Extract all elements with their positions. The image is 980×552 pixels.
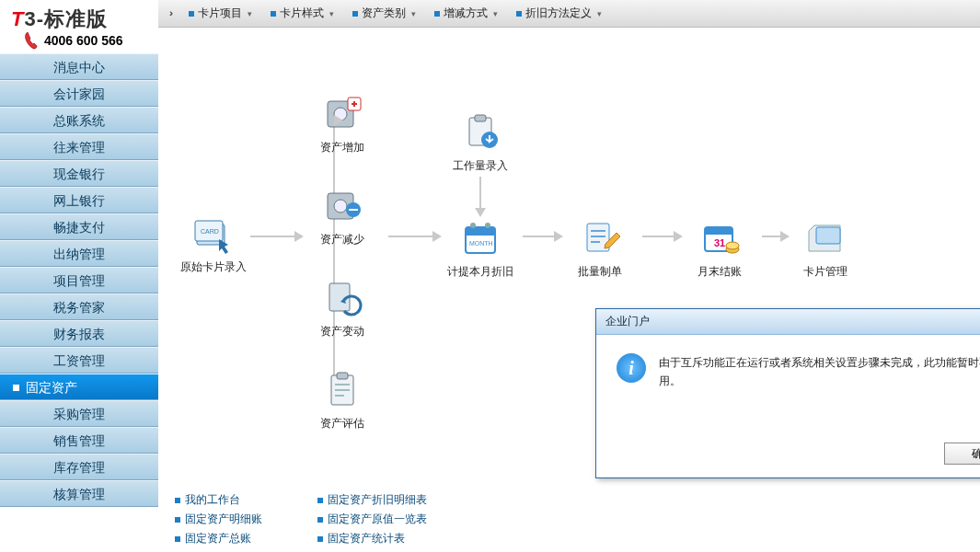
node-depreciate[interactable]: MONTH 计提本月折旧: [439, 216, 522, 280]
svg-rect-16: [466, 227, 495, 236]
toolbar-item-4[interactable]: 折旧方法定义▾: [507, 6, 611, 21]
nav-item-label: 总账系统: [53, 113, 105, 128]
node-card-manage[interactable]: 卡片管理: [784, 216, 867, 280]
svg-point-25: [726, 242, 739, 249]
node-label: 资产变动: [301, 324, 384, 339]
report-link[interactable]: 我的工作台: [175, 492, 262, 508]
svg-point-7: [334, 200, 347, 213]
nav-item-label: 工资管理: [53, 353, 105, 368]
bullet-icon: [317, 498, 323, 503]
nav-item-13[interactable]: 采购管理: [0, 400, 158, 427]
report-links: 我的工作台固定资产明细账固定资产总账 固定资产折旧明细表固定资产原值一览表固定资…: [175, 492, 427, 546]
toolbar-item-label: 折旧方法定义: [525, 6, 592, 21]
node-asset-change[interactable]: 资产变动: [301, 276, 384, 339]
node-workload-entry[interactable]: 工作量录入: [439, 110, 522, 174]
asset-change-icon: [320, 276, 364, 320]
card-entry-icon: CARD: [191, 212, 236, 256]
safe-add-icon: [320, 92, 364, 136]
bullet-icon: [434, 11, 440, 17]
safe-reduce-icon: [320, 184, 364, 228]
nav-item-14[interactable]: 销售管理: [0, 427, 158, 454]
nav-item-label: 会计家园: [53, 86, 105, 101]
nav-item-7[interactable]: 出纳管理: [0, 240, 158, 267]
nav-item-label: 出纳管理: [53, 247, 105, 261]
report-link-label: 固定资产总账: [185, 531, 251, 546]
chevron-down-icon: ▾: [248, 9, 252, 18]
flow-arrow: [250, 236, 296, 237]
toolbar-item-3[interactable]: 增减方式▾: [425, 6, 507, 21]
node-label: 资产评估: [301, 416, 384, 431]
nav-item-15[interactable]: 库存管理: [0, 454, 158, 480]
report-link-label: 固定资产统计表: [328, 531, 405, 546]
nav-item-8[interactable]: 项目管理: [0, 267, 158, 293]
svg-text:CARD: CARD: [201, 228, 219, 235]
info-dialog: 企业门户 ✕ i 由于互斥功能正在运行或者系统相关设置步骤未完成，此功能暂时不可…: [595, 308, 980, 478]
svg-text:MONTH: MONTH: [469, 240, 493, 247]
node-asset-eval[interactable]: 资产评估: [301, 368, 384, 431]
nav-item-0[interactable]: 消息中心: [0, 53, 158, 80]
report-link[interactable]: 固定资产折旧明细表: [317, 492, 427, 508]
nav-item-16[interactable]: 核算管理: [0, 480, 158, 507]
toolbar-item-label: 卡片项目: [198, 6, 242, 21]
toolbar-item-2[interactable]: 资产类别▾: [343, 6, 425, 21]
nav-item-label: 库存管理: [53, 460, 105, 475]
bullet-icon: [271, 11, 276, 17]
support-phone: 4006 600 566: [11, 33, 158, 48]
report-link[interactable]: 固定资产总账: [175, 531, 262, 546]
bullet-icon: [317, 536, 323, 542]
svg-text:31: 31: [714, 237, 725, 248]
toolbar-item-0[interactable]: 卡片项目▾: [179, 6, 261, 21]
toolbar-collapse-icon[interactable]: ›››: [164, 8, 176, 18]
nav-active-marker-icon: [13, 385, 19, 391]
node-raw-card-entry[interactable]: CARD 原始卡片录入: [172, 212, 255, 275]
nav-item-label: 销售管理: [53, 433, 105, 448]
node-asset-reduce[interactable]: 资产减少: [301, 184, 384, 247]
report-link-label: 固定资产折旧明细表: [328, 492, 427, 508]
svg-point-18: [485, 223, 490, 228]
nav-item-label: 税务管家: [53, 300, 105, 315]
nav-item-4[interactable]: 现金银行: [0, 160, 158, 187]
folder-card-icon: [803, 216, 847, 260]
calendar-month-icon: MONTH: [458, 216, 502, 260]
nav-item-2[interactable]: 总账系统: [0, 107, 158, 133]
chevron-down-icon: ▾: [329, 9, 334, 18]
flow-arrow: [388, 236, 434, 237]
nav-item-9[interactable]: 税务管家: [0, 293, 158, 320]
nav-item-6[interactable]: 畅捷支付: [0, 213, 158, 240]
node-month-end[interactable]: 31 月末结账: [678, 216, 761, 280]
bullet-icon: [516, 11, 522, 17]
toolbar-item-label: 卡片样式: [280, 6, 324, 21]
dialog-title-text: 企业门户: [605, 314, 650, 329]
node-label: 原始卡片录入: [172, 259, 255, 275]
bullet-icon: [175, 536, 180, 542]
nav-item-label: 现金银行: [53, 167, 105, 181]
toolbar-item-1[interactable]: 卡片样式▾: [261, 6, 343, 21]
nav-item-11[interactable]: 工资管理: [0, 347, 158, 374]
brand-block: T3-标准版 4006 600 566: [0, 0, 158, 46]
workflow-canvas: CARD 原始卡片录入 资产增加 资产减少 资产变动 资产评估: [158, 28, 980, 552]
chevron-down-icon: ▾: [597, 9, 602, 18]
nav-item-label: 消息中心: [53, 60, 105, 75]
nav-item-3[interactable]: 往来管理: [0, 133, 158, 160]
clipboard-down-icon: [458, 110, 502, 155]
flow-connector: [333, 120, 335, 386]
node-label: 资产增加: [301, 140, 384, 155]
nav-item-10[interactable]: 财务报表: [0, 320, 158, 347]
dialog-ok-button[interactable]: 确定: [944, 443, 980, 465]
report-link-label: 固定资产明细账: [185, 512, 262, 527]
nav-item-12[interactable]: 固定资产: [0, 374, 158, 400]
svg-rect-13: [475, 115, 486, 121]
report-link[interactable]: 固定资产统计表: [317, 531, 427, 546]
node-label: 计提本月折旧: [439, 264, 522, 280]
report-link[interactable]: 固定资产明细账: [175, 512, 262, 527]
node-batch-voucher[interactable]: 批量制单: [559, 216, 641, 280]
nav-item-5[interactable]: 网上银行: [0, 187, 158, 213]
clipboard-icon: [320, 368, 364, 412]
flow-arrow: [762, 236, 782, 237]
phone-icon: [24, 31, 39, 52]
node-label: 工作量录入: [439, 158, 522, 174]
brand-title: T3-标准版: [11, 6, 158, 33]
nav-item-1[interactable]: 会计家园: [0, 80, 158, 107]
report-link[interactable]: 固定资产原值一览表: [317, 512, 427, 527]
node-label: 卡片管理: [784, 264, 867, 280]
